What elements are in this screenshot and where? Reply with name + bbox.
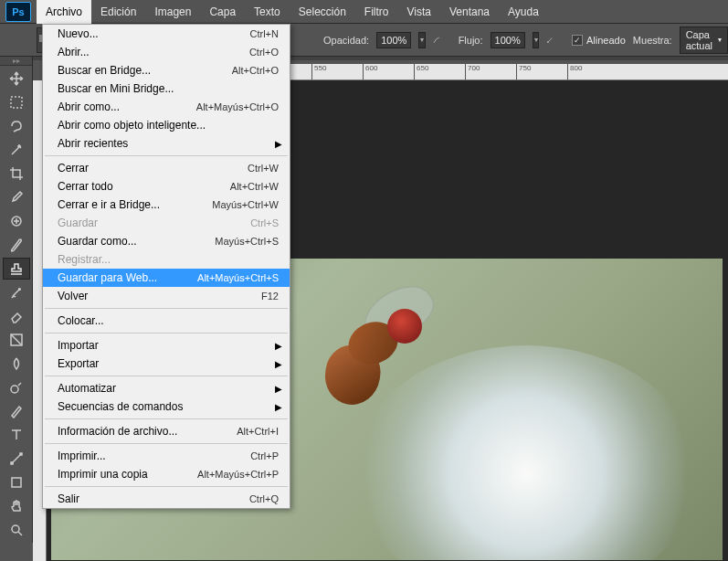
tool-zoom[interactable] bbox=[3, 519, 30, 541]
tool-brush[interactable] bbox=[3, 234, 30, 256]
menu-shortcut: Ctrl+P bbox=[250, 450, 279, 461]
rect-icon bbox=[9, 475, 24, 490]
menu-item[interactable]: Cerrar e ir a Bridge...Mayús+Ctrl+W bbox=[43, 196, 290, 214]
tool-stamp[interactable] bbox=[3, 258, 30, 280]
sample-select[interactable]: Capa actual ▾ bbox=[680, 26, 728, 54]
menu-separator bbox=[45, 418, 288, 419]
tool-blur[interactable] bbox=[3, 353, 30, 375]
menu-item[interactable]: Secuencias de comandos▶ bbox=[43, 397, 290, 416]
svg-point-2 bbox=[547, 40, 549, 42]
wand-icon bbox=[9, 143, 24, 157]
menu-item-label: Abrir... bbox=[58, 46, 249, 58]
menu-item[interactable]: Abrir...Ctrl+O bbox=[43, 43, 290, 61]
tool-rect[interactable] bbox=[3, 471, 30, 493]
menu-item-label: Exportar bbox=[58, 357, 279, 370]
menu-archivo[interactable]: Archivo bbox=[37, 0, 91, 24]
menu-separator bbox=[45, 308, 288, 309]
menu-item[interactable]: Nuevo...Ctrl+N bbox=[43, 25, 290, 43]
menu-item[interactable]: Guardar para Web...Alt+Mayús+Ctrl+S bbox=[43, 269, 290, 287]
aligned-checkbox[interactable]: ✓ Alineado bbox=[572, 35, 626, 46]
menu-item[interactable]: CerrarCtrl+W bbox=[43, 159, 290, 177]
toolbox-collapse-toggle[interactable]: ▸▸ bbox=[0, 57, 32, 66]
menu-shortcut: F12 bbox=[261, 291, 279, 302]
menu-vista[interactable]: Vista bbox=[397, 0, 439, 24]
menu-item[interactable]: Buscar en Bridge...Alt+Ctrl+O bbox=[43, 61, 290, 79]
checkbox-icon: ✓ bbox=[572, 35, 583, 46]
menu-ventana[interactable]: Ventana bbox=[440, 0, 499, 24]
menu-texto[interactable]: Texto bbox=[245, 0, 290, 24]
tool-type[interactable] bbox=[3, 424, 30, 446]
menu-item[interactable]: Buscar en Mini Bridge... bbox=[43, 79, 290, 98]
opacity-input[interactable]: 100% bbox=[376, 32, 411, 48]
file-menu-dropdown: Nuevo...Ctrl+NAbrir...Ctrl+OBuscar en Br… bbox=[42, 24, 290, 509]
menu-item[interactable]: Abrir como objeto inteligente... bbox=[43, 116, 290, 134]
tool-history[interactable] bbox=[3, 281, 30, 303]
menu-item[interactable]: VolverF12 bbox=[43, 287, 290, 305]
gradient-icon bbox=[9, 333, 24, 347]
menu-item[interactable]: Abrir recientes▶ bbox=[43, 134, 290, 153]
tool-crop[interactable] bbox=[3, 163, 30, 185]
airbrush-icon[interactable] bbox=[546, 33, 554, 48]
menu-separator bbox=[45, 443, 288, 444]
menu-item-label: Volver bbox=[58, 290, 261, 302]
tool-marquee[interactable] bbox=[3, 91, 30, 113]
app-logo: Ps bbox=[5, 2, 31, 22]
menu-item[interactable]: SalirCtrl+Q bbox=[43, 490, 290, 508]
tool-dodge[interactable] bbox=[3, 376, 30, 398]
menu-item[interactable]: Colocar... bbox=[43, 312, 290, 330]
menu-item[interactable]: Información de archivo...Alt+Ctrl+I bbox=[43, 422, 290, 440]
tool-healing[interactable] bbox=[3, 210, 30, 232]
menu-item[interactable]: Imprimir una copiaAlt+Mayús+Ctrl+P bbox=[43, 465, 290, 483]
opacity-dropdown[interactable]: ▾ bbox=[418, 32, 426, 48]
menu-capa[interactable]: Capa bbox=[200, 0, 245, 24]
healing-icon bbox=[9, 214, 24, 228]
tool-move[interactable] bbox=[3, 68, 30, 90]
menu-item[interactable]: Guardar como...Mayús+Ctrl+S bbox=[43, 232, 290, 250]
tool-hand[interactable] bbox=[3, 495, 30, 517]
menu-item-label: Registrar... bbox=[58, 253, 279, 266]
menu-separator bbox=[45, 376, 288, 376]
menu-ayuda[interactable]: Ayuda bbox=[499, 0, 548, 24]
menu-edición[interactable]: Edición bbox=[91, 0, 145, 24]
menu-item: GuardarCtrl+S bbox=[43, 214, 290, 232]
tool-gradient[interactable] bbox=[3, 329, 30, 351]
ruler-tick: 650 bbox=[414, 64, 428, 80]
menu-item-label: Importar bbox=[58, 339, 279, 352]
menu-shortcut: Ctrl+N bbox=[250, 28, 279, 39]
tool-eraser[interactable] bbox=[3, 305, 30, 327]
menu-item-label: Abrir recientes bbox=[58, 137, 279, 150]
tool-lasso[interactable] bbox=[3, 115, 30, 137]
menu-shortcut: Alt+Ctrl+O bbox=[232, 65, 279, 76]
menu-item[interactable]: Exportar▶ bbox=[43, 355, 290, 373]
tablet-opacity-icon[interactable] bbox=[433, 33, 440, 48]
tool-wand[interactable] bbox=[3, 139, 30, 161]
crop-icon bbox=[9, 166, 24, 181]
tool-eyedropper[interactable] bbox=[3, 186, 30, 208]
flow-input[interactable]: 100% bbox=[491, 32, 525, 48]
pen-icon bbox=[9, 404, 24, 418]
submenu-arrow-icon: ▶ bbox=[275, 359, 282, 369]
menu-shortcut: Alt+Ctrl+I bbox=[237, 426, 279, 437]
menu-item[interactable]: Abrir como...Alt+Mayús+Ctrl+O bbox=[43, 98, 290, 116]
tool-palette: ▸▸ bbox=[0, 57, 33, 543]
ruler-tick: 550 bbox=[311, 64, 326, 80]
menu-shortcut: Mayús+Ctrl+W bbox=[212, 199, 279, 210]
menu-item[interactable]: Importar▶ bbox=[43, 336, 290, 355]
opacity-label: Opacidad: bbox=[323, 35, 369, 46]
svg-point-10 bbox=[12, 525, 19, 533]
blur-icon bbox=[9, 356, 24, 371]
svg-rect-8 bbox=[20, 453, 22, 455]
menu-item[interactable]: Cerrar todoAlt+Ctrl+W bbox=[43, 177, 290, 196]
menu-shortcut: Ctrl+O bbox=[249, 47, 279, 58]
flow-dropdown[interactable]: ▾ bbox=[533, 32, 540, 48]
menu-selección[interactable]: Selección bbox=[290, 0, 355, 24]
tool-pen[interactable] bbox=[3, 400, 30, 422]
tool-path[interactable] bbox=[3, 448, 30, 470]
menu-item[interactable]: Imprimir...Ctrl+P bbox=[43, 447, 290, 465]
eyedropper-icon bbox=[9, 190, 24, 205]
menu-filtro[interactable]: Filtro bbox=[355, 0, 398, 24]
ruler-tick: 800 bbox=[567, 64, 582, 80]
ruler-tick: 600 bbox=[363, 64, 377, 80]
menu-item[interactable]: Automatizar▶ bbox=[43, 379, 290, 397]
menu-imagen[interactable]: Imagen bbox=[145, 0, 200, 24]
